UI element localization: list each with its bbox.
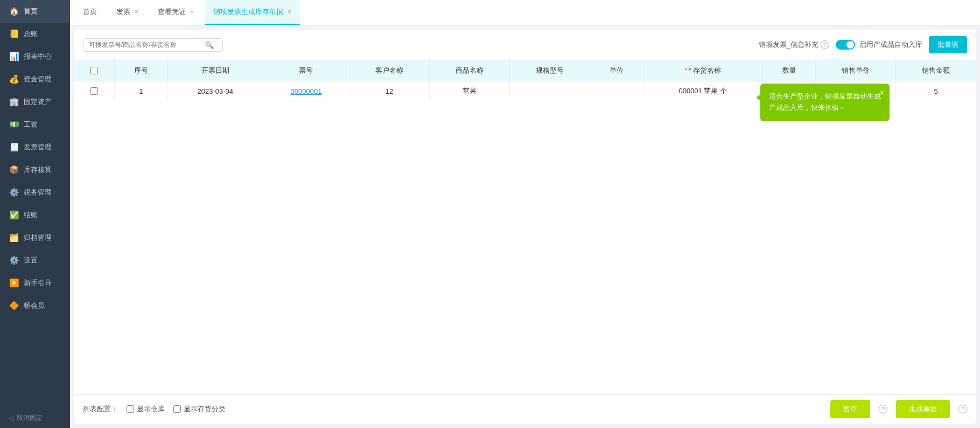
sidebar-item-label: 首页 <box>24 6 38 16</box>
fixed-assets-icon: 🏢 <box>9 97 19 107</box>
archive-icon: 🗂️ <box>9 233 19 243</box>
col-checkbox <box>74 60 115 81</box>
show-category-label: 显示存货分类 <box>184 404 226 414</box>
sidebar-item-label: 固定资产 <box>24 97 52 107</box>
show-category-item[interactable]: 显示存货分类 <box>173 404 226 414</box>
auto-warehouse-toggle[interactable] <box>836 40 855 50</box>
sidebar-item-label: 新手引导 <box>24 278 52 288</box>
show-warehouse-item[interactable]: 显示仓库 <box>127 404 165 414</box>
home-icon: 🏠 <box>9 6 19 16</box>
sidebar-item-inventory[interactable]: 📦 库存核算 <box>0 158 70 181</box>
sidebar-item-reports[interactable]: 📊 报表中心 <box>0 45 70 68</box>
tab-voucher-close[interactable]: × <box>190 8 194 16</box>
row-checkbox[interactable] <box>90 87 98 95</box>
row-inventory[interactable]: 000001 苹果 个 <box>643 81 762 101</box>
generate-help-icon[interactable]: ? <box>958 405 967 413</box>
sidebar-item-label: 工资 <box>24 120 38 129</box>
sidebar-item-general-ledger[interactable]: 📒 总账 <box>0 23 70 45</box>
sidebar-item-label: 发票管理 <box>24 142 52 152</box>
col-number: 票号 <box>263 60 349 81</box>
row-customer: 12 <box>349 81 430 101</box>
tab-bar: 首页 发票 × 查看凭证 × 销项发票生成库存单据 × <box>70 0 980 25</box>
tab-cancel-invoice-close[interactable]: × <box>288 8 291 16</box>
row-amount: 5 <box>896 81 976 101</box>
col-spec: 规格型号 <box>510 60 590 81</box>
col-seq: 序号 <box>115 60 168 81</box>
toolbar: 🔍 销项发票_信息补充 ? 启用产成品自动入库 批量填 <box>74 30 976 60</box>
sidebar-pin-toggle[interactable]: ◁ 取消固定 <box>0 408 70 428</box>
tab-invoice-label: 发票 <box>116 7 130 17</box>
info-help-icon[interactable]: ? <box>821 40 829 49</box>
search-input[interactable] <box>89 41 202 49</box>
info-label-text: 销项发票_信息补充 <box>759 40 818 50</box>
sidebar-item-label: 总账 <box>24 29 38 39</box>
col-unit: 单位 <box>590 60 643 81</box>
sidebar-item-guide[interactable]: ▶️ 新手引导 <box>0 272 70 294</box>
batch-fill-button[interactable]: 批量填 <box>929 36 967 53</box>
tooltip-popup: × 适合生产型企业，销项发票自动生成产成品入库，快来体验～ <box>760 84 890 121</box>
sidebar-item-label: 报表中心 <box>24 52 52 61</box>
tooltip-close[interactable]: × <box>880 87 884 99</box>
sidebar-item-funds[interactable]: 💰 资金管理 <box>0 68 70 91</box>
payroll-icon: 💵 <box>9 120 19 129</box>
footer-bar: 列表配置： 显示仓库 显示存货分类 暂存 ? 生成单据 ? <box>74 394 976 424</box>
show-warehouse-checkbox[interactable] <box>127 405 134 413</box>
sidebar-item-label: 归档管理 <box>24 233 52 243</box>
row-number-link[interactable]: 00000001 <box>291 87 322 95</box>
tab-home-label: 首页 <box>83 7 97 17</box>
col-unit-price: 销售单价 <box>816 60 896 81</box>
sidebar-item-invoice-mgmt[interactable]: 🧾 发票管理 <box>0 136 70 158</box>
row-number[interactable]: 00000001 <box>263 81 349 101</box>
generate-button[interactable]: 生成单据 <box>896 400 950 418</box>
sidebar: 🏠 首页 📒 总账 📊 报表中心 💰 资金管理 🏢 固定资产 💵 工资 🧾 发票… <box>0 0 70 428</box>
ledger-icon: 📒 <box>9 29 19 39</box>
row-product: 苹果 <box>430 81 510 101</box>
sidebar-item-label: 结账 <box>24 210 38 220</box>
tab-voucher[interactable]: 查看凭证 × <box>149 0 202 25</box>
main-area: 首页 发票 × 查看凭证 × 销项发票生成库存单据 × 🔍 销项发票_信息补充 … <box>70 0 980 428</box>
search-icon: 🔍 <box>205 41 214 49</box>
select-all-checkbox[interactable] <box>90 67 98 74</box>
row-spec <box>510 81 590 101</box>
sidebar-item-label: 设置 <box>24 256 38 265</box>
col-inventory: ** 存货名称 <box>643 60 762 81</box>
tab-voucher-label: 查看凭证 <box>158 7 186 17</box>
sidebar-item-settle[interactable]: ✅ 结账 <box>0 204 70 226</box>
inventory-icon: 📦 <box>9 165 19 175</box>
show-category-checkbox[interactable] <box>173 405 181 413</box>
tooltip-text: 适合生产型企业，销项发票自动生成产成品入库，快来体验～ <box>769 92 881 112</box>
funds-icon: 💰 <box>9 74 19 84</box>
list-config-label: 列表配置： <box>83 404 118 414</box>
toggle-area: 启用产成品自动入库 <box>836 40 922 50</box>
tab-invoice-close[interactable]: × <box>135 8 138 16</box>
footer-checkbox-group: 显示仓库 显示存货分类 <box>127 404 226 414</box>
sidebar-item-home[interactable]: 🏠 首页 <box>0 0 70 23</box>
reports-icon: 📊 <box>9 52 19 61</box>
search-box[interactable]: 🔍 <box>83 38 223 52</box>
sidebar-item-tax[interactable]: ⚙️ 税务管理 <box>0 181 70 204</box>
col-date: 开票日期 <box>167 60 263 81</box>
sidebar-item-label: 税务管理 <box>24 188 52 197</box>
sidebar-item-label: 畅会员 <box>24 301 45 310</box>
guide-icon: ▶️ <box>9 278 19 288</box>
sidebar-item-member[interactable]: 🔶 畅会员 <box>0 294 70 317</box>
tab-home[interactable]: 首页 <box>74 0 106 25</box>
tab-invoice[interactable]: 发票 × <box>108 0 147 25</box>
show-warehouse-label: 显示仓库 <box>137 404 165 414</box>
toggle-label: 启用产成品自动入库 <box>859 40 922 50</box>
tab-cancel-invoice-label: 销项发票生成库存单据 <box>213 7 283 17</box>
sidebar-item-archive[interactable]: 🗂️ 归档管理 <box>0 226 70 249</box>
save-help-icon[interactable]: ? <box>879 405 887 413</box>
sidebar-item-fixed-assets[interactable]: 🏢 固定资产 <box>0 91 70 113</box>
sidebar-item-payroll[interactable]: 💵 工资 <box>0 113 70 136</box>
save-button[interactable]: 暂存 <box>830 400 870 418</box>
tax-icon: ⚙️ <box>9 188 19 197</box>
col-product: 商品名称 <box>430 60 510 81</box>
tab-cancel-invoice[interactable]: 销项发票生成库存单据 × <box>205 0 300 25</box>
sidebar-pin-label: 取消固定 <box>17 413 43 423</box>
col-qty: 数量 <box>762 60 816 81</box>
settings-icon: ⚙️ <box>9 256 19 265</box>
settle-icon: ✅ <box>9 210 19 220</box>
sidebar-item-settings[interactable]: ⚙️ 设置 <box>0 249 70 272</box>
pin-icon: ◁ <box>9 415 13 422</box>
